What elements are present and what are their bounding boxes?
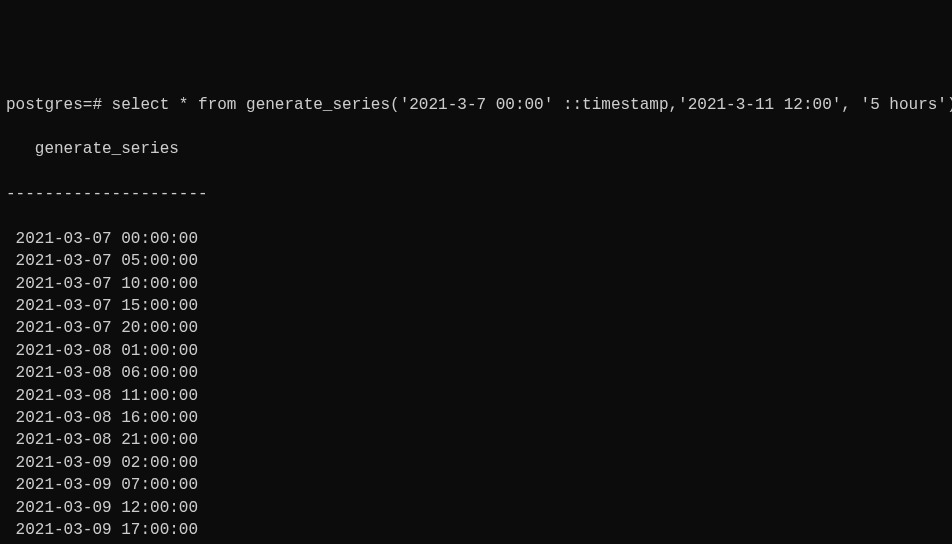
result-row: 2021-03-08 01:00:00 xyxy=(6,340,946,362)
separator: --------------------- xyxy=(6,183,946,205)
result-row: 2021-03-07 00:00:00 xyxy=(6,228,946,250)
result-row: 2021-03-09 17:00:00 xyxy=(6,519,946,541)
column-header: generate_series xyxy=(6,138,946,160)
result-row: 2021-03-08 06:00:00 xyxy=(6,362,946,384)
result-row: 2021-03-07 05:00:00 xyxy=(6,250,946,272)
result-row: 2021-03-08 21:00:00 xyxy=(6,429,946,451)
result-row: 2021-03-08 11:00:00 xyxy=(6,385,946,407)
result-row: 2021-03-07 20:00:00 xyxy=(6,317,946,339)
result-row: 2021-03-09 02:00:00 xyxy=(6,452,946,474)
result-rows-container: 2021-03-07 00:00:00 2021-03-07 05:00:00 … xyxy=(6,228,946,544)
result-row: 2021-03-08 16:00:00 xyxy=(6,407,946,429)
sql-prompt-line[interactable]: postgres=# select * from generate_series… xyxy=(6,94,946,116)
result-row: 2021-03-07 10:00:00 xyxy=(6,273,946,295)
result-row: 2021-03-09 07:00:00 xyxy=(6,474,946,496)
result-row: 2021-03-07 15:00:00 xyxy=(6,295,946,317)
result-row: 2021-03-09 12:00:00 xyxy=(6,497,946,519)
